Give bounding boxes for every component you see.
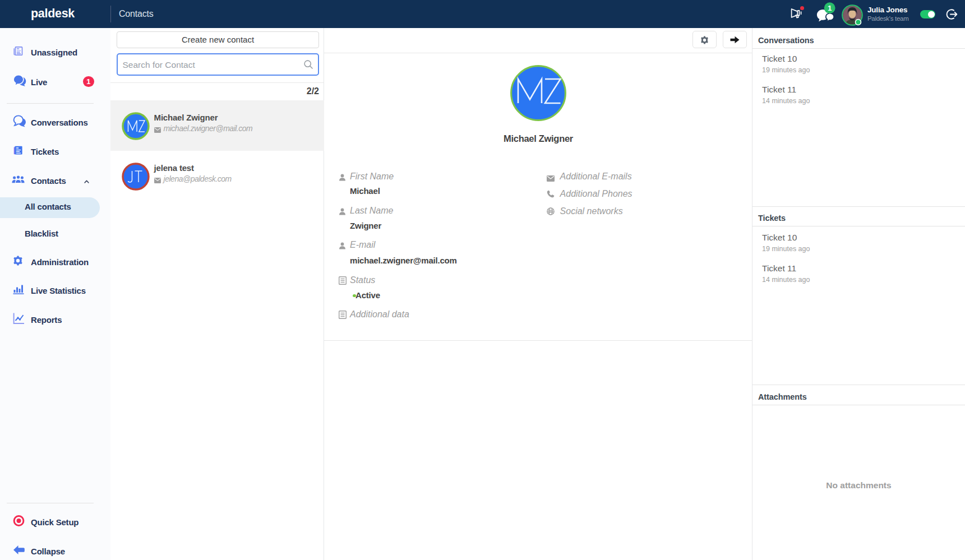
svg-text:1: 1 [828,4,832,12]
